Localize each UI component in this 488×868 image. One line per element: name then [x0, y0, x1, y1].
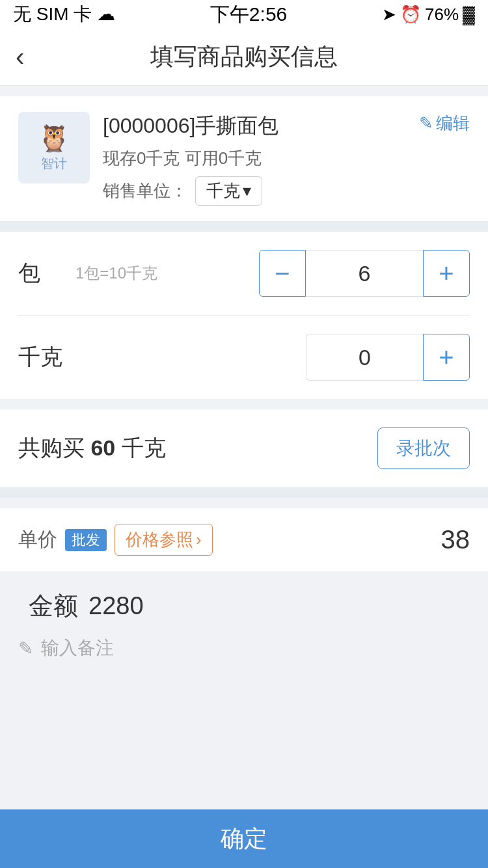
amount-value: 2280 [88, 592, 144, 620]
price-label: 单价 [18, 526, 57, 553]
summary-section: 共购买 60 千克 录批次 [0, 409, 488, 487]
summary-prefix: 共购买 [18, 435, 90, 460]
unit-value: 千克 [206, 180, 240, 202]
edit-label: 编辑 [436, 112, 470, 135]
page-title: 填写商品购买信息 [150, 41, 338, 73]
summary-quantity: 60 [90, 435, 115, 460]
amount-row: 金额 2280 [18, 590, 470, 623]
divider-2 [0, 487, 488, 498]
price-ref-label: 价格参照 [126, 528, 193, 551]
kg-input-control: + [306, 334, 470, 381]
price-ref-button[interactable]: 价格参照 › [115, 524, 213, 556]
bao-hint: 1包=10千克 [75, 263, 157, 284]
product-info: [0000006]手撕面包 ✎ 编辑 现存0千克 可用0千克 销售单位： 千克 … [103, 112, 470, 206]
thumb-label: 智计 [41, 155, 67, 172]
divider-1 [0, 221, 488, 232]
kg-row: 千克 + [18, 316, 470, 399]
price-ref-arrow-icon: › [196, 530, 202, 550]
record-batch-button[interactable]: 录批次 [377, 427, 470, 469]
location-icon: ➤ [382, 5, 396, 25]
amount-section: 金额 2280 ✎ 输入备注 [0, 571, 488, 679]
unit-select[interactable]: 千克 ▾ [195, 176, 262, 206]
amount-label: 金额 [29, 590, 78, 623]
product-name: [0000006]手撕面包 [103, 112, 278, 141]
batch-tag: 批发 [65, 529, 107, 551]
price-section: 单价 批发 价格参照 › 38 [0, 508, 488, 571]
unit-row-label: 销售单位： [103, 180, 187, 202]
quantity-section: 包 1包=10千克 − + 千克 + [0, 232, 488, 399]
product-thumbnail: 🦉 智计 [18, 112, 90, 183]
bao-quantity-input[interactable] [306, 250, 423, 297]
bao-plus-button[interactable]: + [423, 250, 470, 297]
confirm-label: 确定 [221, 823, 267, 855]
kg-plus-button[interactable]: + [423, 334, 470, 381]
remark-icon: ✎ [18, 638, 33, 659]
kg-label: 千克 [18, 342, 70, 372]
status-right: ➤ ⏰ 76% ▓ [382, 5, 475, 25]
nav-bar: ‹ 填写商品购买信息 [0, 29, 488, 86]
summary-text: 共购买 60 千克 [18, 433, 377, 463]
battery-icon: ▓ [463, 5, 475, 25]
edit-button[interactable]: ✎ 编辑 [419, 112, 470, 135]
remark-row[interactable]: ✎ 输入备注 [18, 636, 470, 660]
remark-placeholder: 输入备注 [41, 636, 114, 660]
status-bar: 无 SIM 卡 ☁ 下午2:56 ➤ ⏰ 76% ▓ [0, 0, 488, 29]
bao-row: 包 1包=10千克 − + [18, 232, 470, 316]
status-left: 无 SIM 卡 ☁ [13, 2, 115, 27]
edit-icon: ✎ [419, 113, 433, 133]
bao-input-control: − + [259, 250, 470, 297]
alarm-icon: ⏰ [400, 5, 421, 25]
price-value: 38 [441, 525, 470, 554]
kg-quantity-input[interactable] [306, 334, 423, 381]
status-time: 下午2:56 [210, 1, 287, 28]
bao-minus-button[interactable]: − [259, 250, 306, 297]
product-unit-row: 销售单位： 千克 ▾ [103, 176, 470, 206]
confirm-button[interactable]: 确定 [0, 809, 488, 868]
back-button[interactable]: ‹ [16, 42, 24, 72]
product-stock: 现存0千克 可用0千克 [103, 147, 470, 170]
bao-label: 包 [18, 258, 70, 288]
sim-label: 无 SIM 卡 ☁ [13, 2, 115, 27]
summary-unit: 千克 [122, 435, 166, 460]
chevron-down-icon: ▾ [243, 181, 251, 201]
owl-icon: 🦉 [38, 123, 70, 154]
battery-level: 76% [425, 5, 459, 25]
product-card: 🦉 智计 [0000006]手撕面包 ✎ 编辑 现存0千克 可用0千克 销售单位… [0, 96, 488, 221]
